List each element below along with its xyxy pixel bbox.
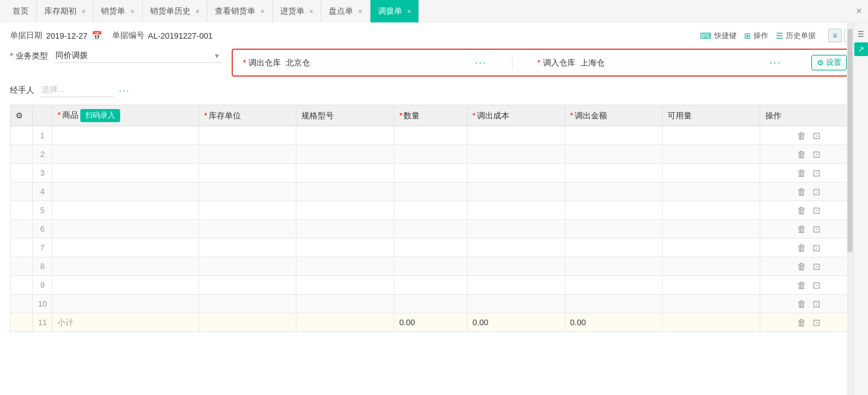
cell-spec[interactable] — [296, 145, 394, 164]
cell-amount[interactable] — [565, 145, 663, 164]
cell-unit[interactable] — [199, 276, 296, 295]
cell-unit[interactable] — [199, 201, 296, 220]
tab-inventory-init[interactable]: 库存期初 × — [37, 0, 93, 22]
cell-cost[interactable] — [467, 220, 565, 239]
cell-qty[interactable] — [394, 164, 468, 183]
row-delete-icon[interactable]: 🗑 — [797, 205, 806, 216]
row-copy-icon[interactable]: ⊡ — [813, 242, 821, 253]
tab-inventory-count-close[interactable]: × — [358, 7, 362, 15]
operation-action[interactable]: ⊞ 操作 — [744, 31, 768, 41]
cell-unit[interactable] — [199, 295, 296, 313]
cell-spec[interactable] — [296, 126, 394, 145]
cell-unit[interactable] — [199, 164, 296, 183]
cell-unit[interactable] — [199, 257, 296, 276]
tab-home[interactable]: 首页 — [5, 0, 37, 22]
tab-transfer-order[interactable]: 调拨单 × — [370, 0, 419, 22]
cell-amount[interactable] — [565, 201, 663, 220]
cell-product[interactable] — [52, 220, 199, 239]
cell-amount[interactable] — [565, 126, 663, 145]
cell-unit[interactable] — [199, 220, 296, 239]
cell-amount[interactable] — [565, 183, 663, 201]
tab-sales-history-close[interactable]: × — [196, 7, 199, 15]
cell-unit[interactable] — [199, 183, 296, 201]
cell-cost[interactable] — [467, 183, 565, 201]
cell-product[interactable] — [52, 257, 199, 276]
cell-cost[interactable] — [467, 201, 565, 220]
cell-spec[interactable] — [296, 239, 394, 257]
cell-spec[interactable] — [296, 220, 394, 239]
row-delete-icon[interactable]: 🗑 — [797, 130, 806, 141]
row-copy-icon[interactable]: ⊡ — [813, 298, 821, 309]
tab-sales-history[interactable]: 销货单历史 × — [143, 0, 207, 22]
handler-more-icon[interactable]: ··· — [119, 85, 130, 95]
row-copy-icon[interactable]: ⊡ — [813, 280, 821, 290]
cell-product[interactable] — [52, 164, 199, 183]
cell-product[interactable] — [52, 126, 199, 145]
cell-unit[interactable] — [199, 239, 296, 257]
tab-sales-order[interactable]: 销货单 × — [93, 0, 142, 22]
tab-sales-order-close[interactable]: × — [130, 7, 134, 15]
cell-cost[interactable] — [467, 239, 565, 257]
tab-view-sales-close[interactable]: × — [260, 7, 264, 15]
row-delete-icon[interactable]: 🗑 — [797, 186, 806, 197]
cell-qty[interactable] — [394, 126, 468, 145]
row-delete-icon[interactable]: 🗑 — [797, 298, 806, 309]
scrollbar-thumb[interactable] — [847, 29, 852, 252]
sidebar-export-icon[interactable]: ↗ — [854, 42, 868, 56]
tab-purchase-order-close[interactable]: × — [309, 7, 313, 15]
history-action[interactable]: ☰ 历史单据 — [776, 31, 816, 41]
cell-qty[interactable] — [394, 183, 468, 201]
cell-unit[interactable] — [199, 145, 296, 164]
cell-qty[interactable] — [394, 295, 468, 313]
row-delete-icon[interactable]: 🗑 — [797, 261, 806, 272]
subtotal-copy-icon[interactable]: ⊡ — [813, 317, 821, 328]
cell-product[interactable] — [52, 239, 199, 257]
cell-qty[interactable] — [394, 276, 468, 295]
calendar-icon[interactable]: 📅 — [92, 31, 102, 40]
transfer-out-more-icon[interactable]: ··· — [475, 57, 487, 69]
col-header-settings[interactable]: ⚙ — [11, 105, 33, 126]
cell-qty[interactable] — [394, 145, 468, 164]
cell-spec[interactable] — [296, 295, 394, 313]
row-copy-icon[interactable]: ⊡ — [813, 186, 821, 197]
transfer-in-more-icon[interactable]: ··· — [770, 57, 781, 69]
row-copy-icon[interactable]: ⊡ — [813, 130, 821, 141]
cell-amount[interactable] — [565, 239, 663, 257]
cell-cost[interactable] — [467, 145, 565, 164]
row-delete-icon[interactable]: 🗑 — [797, 242, 806, 253]
cell-product[interactable] — [52, 183, 199, 201]
tab-purchase-order[interactable]: 进货单 × — [273, 0, 321, 22]
handler-select[interactable]: 选择... — [39, 83, 114, 97]
cell-product[interactable] — [52, 276, 199, 295]
cell-spec[interactable] — [296, 276, 394, 295]
row-copy-icon[interactable]: ⊡ — [813, 224, 821, 234]
settings-button[interactable]: ⚙ 设置 — [811, 55, 847, 70]
tab-inventory-init-close[interactable]: × — [82, 7, 85, 15]
cell-spec[interactable] — [296, 201, 394, 220]
row-delete-icon[interactable]: 🗑 — [797, 224, 806, 234]
cell-cost[interactable] — [467, 276, 565, 295]
cell-qty[interactable] — [394, 257, 468, 276]
tab-transfer-order-close[interactable]: × — [407, 7, 411, 15]
cell-cost[interactable] — [467, 164, 565, 183]
row-delete-icon[interactable]: 🗑 — [797, 168, 806, 178]
tab-inventory-count[interactable]: 盘点单 × — [321, 0, 370, 22]
cell-spec[interactable] — [296, 257, 394, 276]
cell-product[interactable] — [52, 145, 199, 164]
shortcut-action[interactable]: ⌨ 快捷键 — [700, 31, 737, 41]
cell-qty[interactable] — [394, 220, 468, 239]
cell-cost[interactable] — [467, 126, 565, 145]
cell-cost[interactable] — [467, 257, 565, 276]
row-copy-icon[interactable]: ⊡ — [813, 205, 821, 216]
cell-qty[interactable] — [394, 201, 468, 220]
cell-spec[interactable] — [296, 183, 394, 201]
business-type-select[interactable]: 同价调拨 ▾ — [53, 49, 222, 63]
cell-qty[interactable] — [394, 239, 468, 257]
row-copy-icon[interactable]: ⊡ — [813, 261, 821, 272]
tab-view-sales[interactable]: 查看销货单 × — [207, 0, 272, 22]
cell-amount[interactable] — [565, 220, 663, 239]
cell-product[interactable] — [52, 295, 199, 313]
cell-amount[interactable] — [565, 295, 663, 313]
row-copy-icon[interactable]: ⊡ — [813, 149, 821, 159]
row-delete-icon[interactable]: 🗑 — [797, 280, 806, 290]
